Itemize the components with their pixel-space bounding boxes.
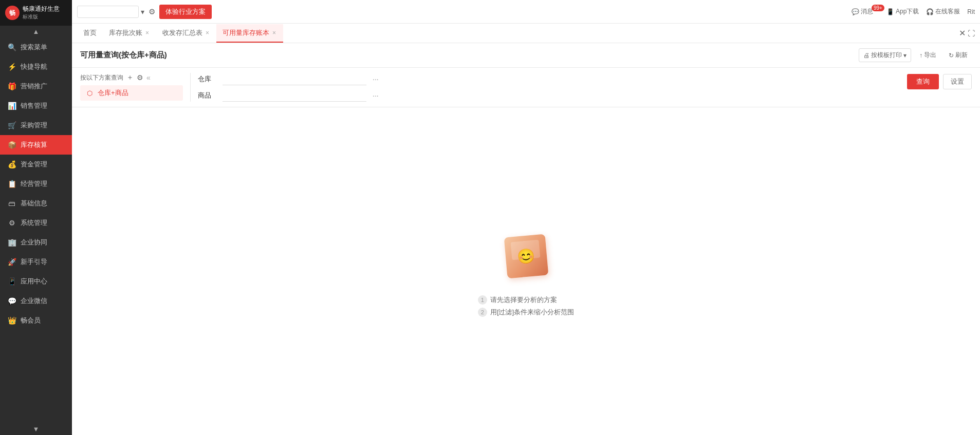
sidebar-scroll-down[interactable]: ▼	[0, 423, 72, 435]
topbar-gear-button[interactable]: ⚙	[149, 7, 155, 16]
tabs-bar-right: ✕ ⛶	[959, 28, 975, 38]
filter-scheme-panel: 按以下方案查询 ＋ ⚙ « ⬡ 仓库+商品	[80, 73, 183, 101]
main-content: ▾ ⚙ 体验行业方案 💬 消息 99+ 📱 App下载 🎧 在线客服 Rit	[72, 0, 980, 435]
topbar-online-service[interactable]: 🎧 在线客服	[926, 7, 960, 16]
page-header-actions: 🖨 按模板打印 ▾ ↑ 导出 ↻ 刷新	[859, 48, 972, 62]
add-scheme-button[interactable]: ＋	[126, 73, 134, 82]
sidebar-item-search[interactable]: 🔍 搜索菜单	[0, 37, 72, 57]
sidebar-item-appstore[interactable]: 📱 应用中心	[0, 272, 72, 291]
goods-more-button[interactable]: ···	[371, 91, 381, 100]
collapse-scheme-button[interactable]: «	[146, 73, 151, 82]
wechat-icon: 💬	[7, 296, 16, 306]
tab-available-close[interactable]: ×	[271, 29, 277, 36]
filter-row-goods: 商品 ···	[198, 89, 902, 102]
print-icon: 🖨	[863, 52, 870, 59]
sidebar-item-operations[interactable]: 📋 经营管理	[0, 174, 72, 194]
tab-home[interactable]: 首页	[77, 24, 103, 43]
sidebar-item-system[interactable]: ⚙ 系统管理	[0, 213, 72, 233]
sidebar-item-inventory[interactable]: 📦 库存核算	[0, 135, 72, 155]
content-area: 可用量查询(按仓库+商品) 🖨 按模板打印 ▾ ↑ 导出 ↻ 刷新	[72, 43, 980, 435]
headset-icon: 🎧	[926, 8, 934, 15]
flash-icon: ⚡	[7, 62, 16, 71]
filter-scheme-header: 按以下方案查询 ＋ ⚙ «	[80, 73, 183, 82]
manage-scheme-button[interactable]: ⚙	[137, 73, 143, 82]
empty-hints: 1 请先选择要分析的方案 2 用[过滤]条件来缩小分析范围	[478, 295, 574, 317]
phone-icon: 📱	[7, 277, 16, 286]
goods-input[interactable]	[223, 89, 366, 102]
search-icon: 🔍	[7, 43, 16, 52]
sidebar-item-newbie[interactable]: 🚀 新手引导	[0, 252, 72, 272]
empty-illustration	[495, 225, 557, 287]
sidebar-title: 畅康通好生意	[23, 5, 60, 13]
filter-conditions: 仓库 ··· 商品 ···	[198, 73, 902, 102]
filter-row-warehouse: 仓库 ···	[198, 73, 902, 85]
topbar-right-actions: 💬 消息 99+ 📱 App下载 🎧 在线客服 Rit	[852, 7, 975, 16]
warehouse-label: 仓库	[198, 74, 218, 84]
box-icon: 📦	[7, 140, 16, 149]
warehouse-input[interactable]	[223, 73, 366, 85]
filter-divider	[190, 73, 191, 102]
topbar-industry-button[interactable]: 体验行业方案	[159, 5, 212, 19]
topbar-dropdown-button[interactable]: ▾	[141, 8, 144, 16]
sidebar-item-marketing[interactable]: 🎁 营销推广	[0, 77, 72, 96]
tabs-bar: 首页 库存批次账 × 收发存汇总表 × 可用量库存账本 × ✕ ⛶	[72, 24, 980, 43]
topbar-search-area: ▾	[77, 6, 144, 18]
building-icon: 🏢	[7, 238, 16, 247]
topbar-app-download[interactable]: 📱 App下载	[886, 7, 919, 16]
tab-available[interactable]: 可用量库存账本 ×	[216, 24, 283, 43]
export-button[interactable]: ↑ 导出	[915, 49, 940, 62]
topbar-message[interactable]: 💬 消息 99+	[852, 7, 879, 16]
sidebar-subtitle: 标准版	[23, 13, 60, 21]
refresh-button[interactable]: ↻ 刷新	[945, 49, 972, 62]
empty-hint-1: 1 请先选择要分析的方案	[478, 295, 574, 305]
export-icon: ↑	[919, 52, 922, 59]
sidebar-item-member[interactable]: 👑 畅会员	[0, 311, 72, 330]
filter-panel: 按以下方案查询 ＋ ⚙ « ⬡ 仓库+商品 仓库 ··· 商品	[72, 68, 980, 107]
sidebar-item-purchase[interactable]: 🛒 采购管理	[0, 116, 72, 135]
rocket-icon: 🚀	[7, 257, 16, 267]
tab-summary-close[interactable]: ×	[205, 29, 210, 36]
tab-batch[interactable]: 库存批次账 ×	[103, 24, 156, 43]
cart-icon: 🛒	[7, 121, 16, 130]
sidebar-item-sales[interactable]: 📊 销售管理	[0, 96, 72, 116]
filter-action-buttons: 查询 设置	[907, 74, 972, 89]
empty-state: 1 请先选择要分析的方案 2 用[过滤]条件来缩小分析范围	[72, 107, 980, 435]
sidebar-item-shortcut[interactable]: ⚡ 快捷导航	[0, 57, 72, 77]
page-header: 可用量查询(按仓库+商品) 🖨 按模板打印 ▾ ↑ 导出 ↻ 刷新	[72, 43, 980, 68]
sidebar-header: 畅 畅康通好生意 标准版	[0, 0, 72, 26]
page-title: 可用量查询(按仓库+商品)	[80, 50, 859, 60]
warehouse-more-button[interactable]: ···	[371, 75, 381, 83]
chevron-down-icon: ▾	[903, 52, 907, 59]
sidebar-scroll-up[interactable]: ▲	[0, 26, 72, 37]
tab-batch-close[interactable]: ×	[144, 29, 150, 36]
topbar: ▾ ⚙ 体验行业方案 💬 消息 99+ 📱 App下载 🎧 在线客服 Rit	[72, 0, 980, 24]
hint-number-1: 1	[478, 295, 487, 305]
tab-summary[interactable]: 收发存汇总表 ×	[156, 24, 216, 43]
sidebar-item-wechat[interactable]: 💬 企业微信	[0, 291, 72, 311]
crown-icon: 👑	[7, 316, 16, 325]
database-icon: 🗃	[7, 199, 16, 208]
topbar-user-menu[interactable]: Rit	[967, 8, 975, 15]
setting-button[interactable]: 设置	[943, 74, 972, 89]
tab-close-all-button[interactable]: ✕	[959, 28, 966, 38]
scheme-warehouse-icon: ⬡	[84, 88, 95, 98]
sidebar-item-basic[interactable]: 🗃 基础信息	[0, 194, 72, 213]
message-badge: 99+	[872, 5, 884, 11]
tab-expand-button[interactable]: ⛶	[968, 29, 975, 37]
sidebar-nav: 🔍 搜索菜单 ⚡ 快捷导航 🎁 营销推广 📊 销售管理 🛒 采购管理 📦 库存核…	[0, 37, 72, 423]
gear-icon: ⚙	[7, 218, 16, 228]
topbar-search-input[interactable]	[77, 6, 139, 18]
gift-icon: 🎁	[7, 82, 16, 91]
message-icon: 💬	[852, 8, 859, 15]
scheme-item-warehouse-goods[interactable]: ⬡ 仓库+商品	[80, 85, 183, 101]
empty-box-graphic	[504, 234, 548, 279]
refresh-icon: ↻	[949, 52, 954, 59]
query-button[interactable]: 查询	[907, 74, 939, 89]
clipboard-icon: 📋	[7, 179, 16, 188]
template-print-button[interactable]: 🖨 按模板打印 ▾	[859, 48, 911, 62]
empty-hint-2: 2 用[过滤]条件来缩小分析范围	[478, 308, 574, 317]
sidebar-item-finance[interactable]: 💰 资金管理	[0, 155, 72, 174]
hint-number-2: 2	[478, 308, 487, 317]
sidebar-item-enterprise[interactable]: 🏢 企业协同	[0, 233, 72, 252]
app-icon: 📱	[886, 8, 894, 15]
